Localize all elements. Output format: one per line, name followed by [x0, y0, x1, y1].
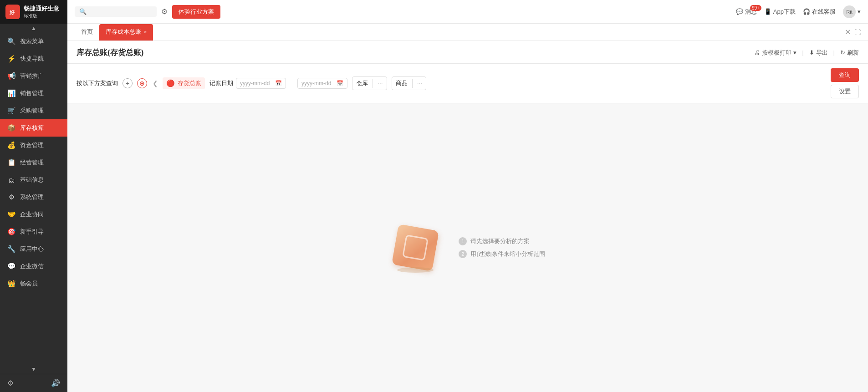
app-icon: 📱 [764, 8, 771, 15]
sidebar-footer: ⚙ 🔊 [0, 374, 67, 392]
sidebar-item-label-system: 系统管理 [20, 193, 44, 201]
empty-tip-2: 2 用[过滤]条件来缩小分析范围 [459, 250, 545, 258]
date-separator: — [289, 80, 295, 87]
quick-nav-icon: ⚡ [7, 55, 15, 63]
wechat-icon: 💬 [7, 262, 15, 270]
query-btn[interactable]: 查询 [831, 68, 859, 82]
logo-text: 畅捷通好生意 标准版 [24, 5, 59, 19]
user-menu[interactable]: Rit ▾ [843, 5, 861, 18]
message-btn[interactable]: 💬 消息 99+ [736, 8, 757, 16]
cooperation-icon: 🤝 [7, 210, 15, 219]
date-label: 记账日期 [209, 79, 233, 87]
sidebar-item-label-quick-nav: 快捷导航 [20, 55, 44, 63]
search-icon: 🔍 [7, 37, 15, 46]
scheme-icon: 🔴 [166, 79, 175, 87]
sidebar-item-sales[interactable]: 📊 销售管理 [0, 85, 67, 102]
sidebar-item-label-wechat: 企业微信 [20, 262, 44, 270]
sidebar-item-finance[interactable]: 💰 资金管理 [0, 137, 67, 154]
footer-settings-icon[interactable]: ⚙ [7, 379, 14, 387]
refresh-btn[interactable]: ↻ 刷新 [840, 49, 859, 57]
sidebar-item-label-guide: 新手引导 [20, 228, 44, 236]
marketing-icon: 📢 [7, 72, 15, 80]
inventory-icon: 📦 [7, 124, 15, 132]
sidebar-item-inventory[interactable]: 📦 库存核算 [0, 119, 67, 137]
sidebar-item-label-purchase: 采购管理 [20, 107, 44, 115]
sidebar-item-label-finance: 资金管理 [20, 141, 44, 149]
resize-btn[interactable]: ⛶ [854, 29, 861, 36]
sidebar-item-basic[interactable]: 🗂 基础信息 [0, 171, 67, 188]
purchase-icon: 🛒 [7, 107, 15, 115]
page-actions: 🖨 按模板打印 ▾ | ⬇ 导出 | ↻ 刷新 [754, 49, 859, 57]
sidebar-item-member[interactable]: 👑 畅会员 [0, 275, 67, 292]
date-to-placeholder: yyyy-mm-dd [301, 80, 331, 87]
sidebar-item-label-sales: 销售管理 [20, 89, 44, 97]
close-panel-btn[interactable]: ✕ [845, 28, 851, 36]
sidebar-item-search[interactable]: 🔍 搜索菜单 [0, 33, 67, 50]
warehouse-filter[interactable]: 仓库 ··· [352, 76, 387, 90]
topbar-search[interactable]: 🔍 [75, 6, 157, 17]
print-btn[interactable]: 🖨 按模板打印 ▾ [754, 49, 797, 57]
sales-icon: 📊 [7, 89, 15, 97]
tab-inventory-ledger[interactable]: 库存成本总账 × [99, 24, 153, 41]
product-label: 商品 [396, 79, 408, 87]
date-from-input[interactable]: yyyy-mm-dd 📅 [236, 78, 286, 89]
sidebar-item-marketing[interactable]: 📢 营销推广 [0, 67, 67, 85]
filter-settings-btn[interactable]: 设置 [831, 85, 859, 98]
warehouse-label: 仓库 [356, 79, 368, 87]
sidebar-scroll-down[interactable]: ▼ [0, 365, 67, 374]
page-title-row: 库存总账(存货总账) 🖨 按模板打印 ▾ | ⬇ 导出 | ↻ 刷新 [77, 47, 859, 58]
filter-scheme-item[interactable]: 🔴 存货总账 [163, 77, 205, 89]
sidebar-item-apps[interactable]: 🔧 应用中心 [0, 240, 67, 258]
empty-tips: 1 请先选择要分析的方案 2 用[过滤]条件来缩小分析范围 [459, 237, 545, 258]
tabs-bar: 首页 库存成本总账 × ✕ ⛶ [67, 24, 868, 41]
online-support-btn[interactable]: 🎧 在线客服 [803, 8, 836, 16]
sidebar-item-label-operations: 经营管理 [20, 158, 44, 167]
guide-icon: 🎯 [7, 228, 15, 236]
svg-text:好: 好 [9, 10, 15, 15]
warehouse-more-icon[interactable]: ··· [378, 80, 383, 87]
app-download-btn[interactable]: 📱 App下载 [764, 8, 796, 16]
export-icon: ⬇ [809, 49, 814, 56]
print-dropdown-icon: ▾ [793, 49, 797, 56]
system-icon: ⚙ [7, 193, 15, 201]
tip-num-2: 2 [459, 250, 467, 258]
export-btn[interactable]: ⬇ 导出 [809, 49, 828, 57]
date-to-input[interactable]: yyyy-mm-dd 📅 [297, 78, 347, 89]
date-group: 记账日期 yyyy-mm-dd 📅 — yyyy-mm-dd 📅 [209, 78, 347, 89]
footer-audio-icon[interactable]: 🔊 [51, 379, 60, 387]
tab-close-icon[interactable]: × [144, 29, 147, 35]
topbar-settings-icon[interactable]: ⚙ [161, 7, 168, 16]
filter-schema-btn[interactable]: ⊕ [137, 78, 147, 88]
product-filter[interactable]: 商品 ··· [392, 76, 427, 90]
member-icon: 👑 [7, 280, 15, 288]
main-area: 🔍 ⚙ 体验行业方案 💬 消息 99+ 📱 App下载 🎧 在线客服 Rit ▾ [67, 0, 868, 392]
user-dropdown-icon: ▾ [858, 8, 861, 15]
sidebar-nav: 🔍 搜索菜单 ⚡ 快捷导航 📢 营销推广 📊 销售管理 🛒 采购管理 📦 库存核… [0, 33, 67, 365]
filter-label: 按以下方案查询 [77, 79, 118, 87]
sidebar-item-system[interactable]: ⚙ 系统管理 [0, 188, 67, 206]
industry-btn[interactable]: 体验行业方案 [172, 5, 220, 19]
topbar: 🔍 ⚙ 体验行业方案 💬 消息 99+ 📱 App下载 🎧 在线客服 Rit ▾ [67, 0, 868, 24]
sidebar-item-operations[interactable]: 📋 经营管理 [0, 154, 67, 171]
sidebar-item-wechat[interactable]: 💬 企业微信 [0, 258, 67, 275]
page-title: 库存总账(存货总账) [77, 47, 143, 58]
empty-box [392, 224, 439, 271]
sidebar-item-guide[interactable]: 🎯 新手引导 [0, 223, 67, 240]
filter-collapse-icon[interactable]: ❮ [153, 80, 158, 87]
filter-add-btn[interactable]: + [123, 78, 133, 88]
sidebar-item-label-member: 畅会员 [20, 280, 38, 288]
sidebar-item-label-search: 搜索菜单 [20, 37, 44, 46]
message-badge: 99+ [750, 5, 761, 11]
filter-row: 按以下方案查询 + ⊕ ❮ 🔴 存货总账 记账日期 yyyy-mm-dd 📅 —… [67, 64, 868, 103]
sidebar-item-purchase[interactable]: 🛒 采购管理 [0, 102, 67, 119]
sidebar-scroll-up[interactable]: ▲ [0, 24, 67, 33]
page-header: 库存总账(存货总账) 🖨 按模板打印 ▾ | ⬇ 导出 | ↻ 刷新 [67, 41, 868, 64]
date-from-placeholder: yyyy-mm-dd [240, 80, 270, 87]
product-more-icon[interactable]: ··· [417, 80, 423, 87]
empty-illustration [390, 223, 445, 273]
tab-home[interactable]: 首页 [75, 24, 99, 41]
sidebar-item-cooperation[interactable]: 🤝 企业协同 [0, 206, 67, 223]
refresh-icon: ↻ [840, 49, 845, 56]
sidebar-item-quick-nav[interactable]: ⚡ 快捷导航 [0, 50, 67, 67]
tip-text-1: 请先选择要分析的方案 [470, 237, 530, 245]
